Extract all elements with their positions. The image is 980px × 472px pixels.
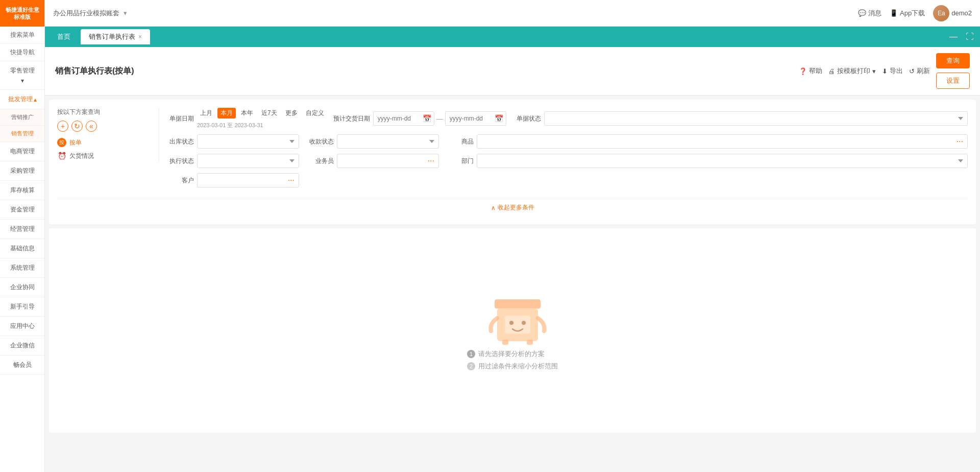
help-icon: ❓ [799,67,807,75]
customer-input[interactable] [202,177,286,184]
svg-rect-6 [527,340,533,345]
date-tab-current-month[interactable]: 本月 [217,108,236,119]
exec-status-select[interactable] [197,154,299,168]
message-icon: 💬 [858,9,866,17]
page-header: 销售订单执行表(按单) ❓ 帮助 🖨 按模板打印 ▾ ⬇ 导出 ↺ 刷新 [45,47,980,96]
svg-point-4 [522,321,526,325]
message-label: 消息 [868,9,881,18]
filter-field-salesperson: 业务员 ··· [305,154,439,168]
expected-date-end-input[interactable] [445,111,506,126]
goods-input[interactable] [481,138,954,145]
scheme-item-debt[interactable]: ⏰ 欠货情况 [57,149,153,162]
collapse-bar[interactable]: ∧ 收起更多条件 [57,199,968,216]
salesperson-input[interactable] [341,157,426,164]
sidebar-item-label: 基础信息 [10,244,35,253]
collapse-scheme-button[interactable]: « [86,121,97,132]
tab-maximize-button[interactable]: ⛶ [964,30,976,43]
date-tabs: 上月 本月 本年 近7天 更多 自定义 [197,108,327,119]
date-tab-7days[interactable]: 近7天 [258,108,280,119]
user-info[interactable]: Ea demo2 [933,5,972,21]
sidebar-item-ecommerce[interactable]: 电商管理 [0,142,44,161]
logo-text: 畅捷通好生意 [6,6,39,13]
message-button[interactable]: 💬 消息 [858,9,881,18]
sidebar-item-inventory[interactable]: 库存核算 [0,181,44,200]
filter-fields: 单据日期 上月 本月 本年 近7天 更多 自定义 20 [165,108,968,193]
export-button[interactable]: ⬇ 导出 [882,66,903,76]
tip-text-1: 请先选择要分析的方案 [478,349,545,359]
settings-button[interactable]: 设置 [936,73,970,89]
filter-row-2: 出库状态 收款状态 商品 [165,134,968,149]
tabbar-actions: — ⛶ [947,30,976,43]
sidebar-item-procurement[interactable]: 采购管理 [0,161,44,181]
query-button[interactable]: 查询 [936,53,970,68]
page-title: 销售订单执行表(按单) [55,66,134,77]
bill-status-label: 单据状态 [512,114,541,123]
customer-dots-button[interactable]: ··· [288,176,295,185]
sidebar-item-system[interactable]: 系统管理 [0,258,44,278]
tab-minimize-button[interactable]: — [947,30,960,43]
sidebar-item-label: 应用中心 [10,322,35,331]
sidebar-item-member[interactable]: 畅会员 [0,356,44,375]
empty-illustration [487,290,538,341]
sidebar-group-wholesale: 批发管理 ▴ 营销推广 销售管理 [0,90,44,142]
scheme-label-order: 按单 [69,138,82,147]
customer-label: 客户 [165,176,194,185]
sidebar-search[interactable]: 搜索菜单 [0,27,44,44]
date-field-group: 上月 本月 本年 近7天 更多 自定义 2023-03-01 至 2023-03… [197,108,327,129]
date-tab-last-month[interactable]: 上月 [197,108,215,119]
sidebar-item-app-center[interactable]: 应用中心 [0,317,44,336]
refresh-button[interactable]: ↺ 刷新 [909,66,930,76]
sidebar-quick-nav[interactable]: 快捷导航 [0,44,44,61]
receipt-select[interactable] [337,134,439,149]
refresh-icon: ↺ [909,67,915,75]
avatar: Ea [933,5,949,21]
tab-active-label: 销售订单执行表 [89,32,135,41]
expected-date-start-wrapper: 📅 [373,111,434,126]
chevron-up-icon: ▴ [34,96,37,103]
print-icon: 🖨 [828,67,835,75]
sidebar-item-finance[interactable]: 资金管理 [0,200,44,220]
goods-input-wrapper: ··· [477,134,968,149]
date-tab-more[interactable]: 更多 [282,108,301,119]
main-content: 办公用品行业模拟账套 ▾ 💬 消息 📱 App下载 Ea demo2 首页 销售… [45,0,980,472]
scheme-section: 按以下方案查询 + ↻ « 按 按单 ⏰ 欠货情况 [57,108,159,162]
bill-status-select[interactable] [544,111,968,126]
add-scheme-button[interactable]: + [57,121,68,132]
sidebar-item-label: 企业微信 [10,341,35,350]
template-print-button[interactable]: 🖨 按模板打印 ▾ [828,66,876,76]
app-download-label: App下载 [900,9,925,18]
refresh-label: 刷新 [917,66,930,76]
sidebar-item-newbie[interactable]: 新手引导 [0,297,44,317]
sidebar-item-operations[interactable]: 经营管理 [0,220,44,239]
date-tab-custom[interactable]: 自定义 [303,108,327,119]
help-button[interactable]: ❓ 帮助 [799,66,822,76]
expected-date-start-input[interactable] [373,111,434,126]
sidebar-sub-item-marketing[interactable]: 营销推广 [0,109,44,126]
sidebar-item-corp-wechat[interactable]: 企业微信 [0,336,44,356]
receipt-label: 收款状态 [305,137,334,146]
collapse-label: 收起更多条件 [498,203,534,212]
topbar-title: 办公用品行业模拟账套 [53,9,119,18]
salesperson-dots-button[interactable]: ··· [428,156,434,166]
filter-field-bill-status: 单据状态 [512,111,968,126]
department-select[interactable] [477,154,968,168]
sidebar-item-corp-collab[interactable]: 企业协同 [0,278,44,297]
date-tab-current-year[interactable]: 本年 [238,108,256,119]
refresh-scheme-button[interactable]: ↻ [71,121,83,132]
sidebar-item-retail[interactable]: 零售管理 ▾ [0,61,44,90]
help-label: 帮助 [809,66,822,76]
outbound-select[interactable] [197,134,299,149]
goods-dots-button[interactable]: ··· [957,137,963,146]
sidebar-sub-item-sales[interactable]: 销售管理 [0,126,44,142]
sidebar-item-wholesale[interactable]: 批发管理 ▴ [0,90,44,109]
tab-home[interactable]: 首页 [49,29,79,44]
empty-state: 1 请先选择要分析的方案 2 用过滤条件来缩小分析范围 [467,290,558,371]
app-download-button[interactable]: 📱 App下载 [890,9,925,18]
tab-close-icon[interactable]: × [138,33,142,40]
tab-sales-execution[interactable]: 销售订单执行表 × [81,29,150,44]
app-logo: 畅捷通好生意 标准版 [0,0,44,27]
topbar-left: 办公用品行业模拟账套 ▾ [53,9,127,18]
scheme-item-by-order[interactable]: 按 按单 [57,136,153,149]
filter-field-department: 部门 [445,154,968,168]
sidebar-item-basic-info[interactable]: 基础信息 [0,239,44,258]
